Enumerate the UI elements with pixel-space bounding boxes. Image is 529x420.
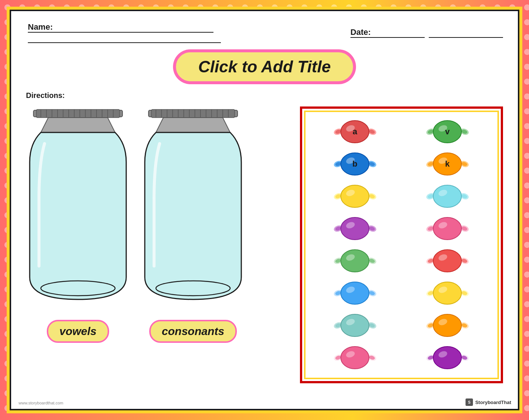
title-banner-wrapper: Click to Add Title [26,50,503,83]
jar-section: vowels [26,106,289,343]
jar2-svg [141,106,245,314]
name-date-row: Name: Date: [26,22,503,43]
title-banner[interactable]: Click to Add Title [174,50,355,83]
candy-item-12[interactable] [404,279,492,307]
candy-item-1[interactable]: a [311,118,399,146]
candy-item-8[interactable] [404,215,492,243]
storyboard-icon: S [466,398,473,406]
svg-text:k: k [445,159,450,168]
date-line [429,27,503,38]
candy-item-13[interactable] [311,312,399,339]
content-area: Name: Date: Click to Add Title Direction… [10,10,519,410]
jar1-svg [26,106,130,314]
jar2-label: consonants [149,320,237,343]
candy-item-3[interactable]: b [311,150,399,178]
jar1-label: vowels [47,320,109,343]
date-field: Date: [349,27,503,38]
svg-text:b: b [353,159,357,168]
candy-item-16[interactable] [404,344,492,372]
svg-text:v: v [445,127,450,136]
bottom-watermark-text: www.storyboardthat.com [19,401,63,405]
candy-item-11[interactable] [311,279,399,307]
name-line [28,33,221,43]
candy-item-7[interactable] [311,215,399,243]
candy-item-2[interactable]: v [404,118,492,146]
jar2-container: consonants [141,106,245,343]
directions-label: Directions: [26,91,503,100]
svg-rect-1 [36,109,120,118]
candy-item-9[interactable] [311,247,399,275]
storyboardthat-watermark: S StoryboardThat [466,398,511,406]
main-row: vowels [26,106,503,383]
name-field: Name: [26,22,349,43]
candy-item-10[interactable] [404,247,492,275]
candy-item-5[interactable] [311,183,399,210]
svg-rect-18 [151,109,235,118]
jar1-container: vowels [26,106,130,343]
candy-item-4[interactable]: k [404,150,492,178]
outer-border: Name: Date: Click to Add Title Direction… [0,0,529,420]
candy-grid: a v b k [308,114,495,375]
candy-item-6[interactable] [404,183,492,210]
date-label: Date: [350,27,425,38]
svg-text:a: a [353,127,357,136]
candy-panel: a v b k [300,106,503,383]
candy-item-14[interactable] [404,312,492,339]
candy-item-15[interactable] [311,344,399,372]
name-label: Name: [28,22,213,33]
watermark-text: StoryboardThat [475,400,511,405]
